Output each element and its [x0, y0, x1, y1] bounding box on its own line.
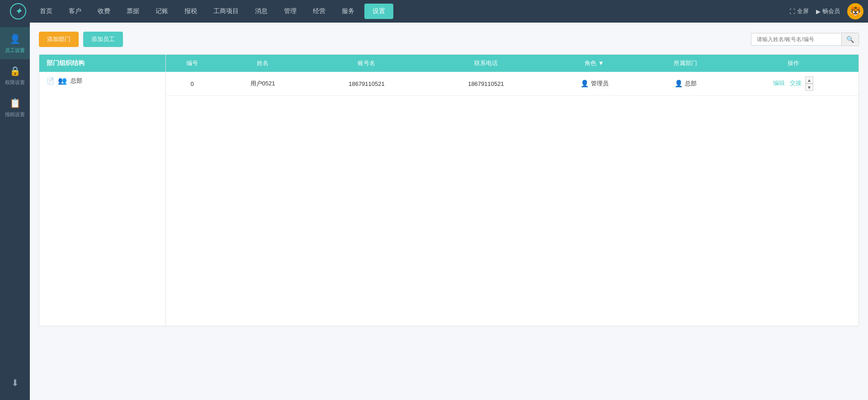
edit-link[interactable]: 编辑 — [773, 80, 785, 86]
member-label: 畅会员 — [822, 7, 840, 15]
role-label: 管理员 — [591, 80, 609, 88]
col-dept: 所属部门 — [643, 55, 728, 72]
role-user-icon: 👤 — [580, 80, 589, 88]
app-logo: ✦ — [5, 3, 32, 19]
nav-item-service[interactable]: 服务 — [334, 0, 363, 23]
cell-action: 编辑 交接 ▲ ▼ — [728, 72, 859, 96]
cell-dept: 👤 总部 — [643, 72, 728, 96]
org-panel-header: 部门组织结构 — [39, 55, 165, 72]
table-row: 0 用户0521 18679110521 18679110521 👤 管理员 — [166, 72, 859, 96]
sidebar-label-tax: 报税设置 — [5, 111, 25, 118]
sidebar-label-permission: 权限设置 — [5, 79, 25, 86]
cell-role: 👤 管理员 — [546, 72, 643, 96]
employee-panel: 编号 姓名 账号名 联系电话 角色 ▼ 所属部门 操作 0 用户0521 186… — [166, 55, 859, 326]
search-icon: 🔍 — [846, 36, 854, 43]
user-group-icon: 👥 — [58, 76, 67, 85]
nav-item-operation[interactable]: 经营 — [305, 0, 334, 23]
nav-item-business[interactable]: 工商项目 — [205, 0, 247, 23]
sidebar-download-button[interactable]: ⬇ — [0, 371, 30, 395]
avatar[interactable]: 🐯 — [847, 3, 863, 19]
fullscreen-label: 全屏 — [797, 7, 809, 15]
nav-right: ⛶ 全屏 ▶ 畅会员 🐯 — [789, 3, 863, 19]
sidebar-bottom: ⬇ — [0, 371, 30, 400]
role-badge: 👤 管理员 — [580, 80, 609, 88]
employee-icon: 👤 — [9, 33, 21, 45]
nav-item-collection[interactable]: 收费 — [90, 0, 118, 23]
add-employee-button[interactable]: 添加员工 — [83, 32, 123, 47]
col-action: 操作 — [728, 55, 859, 72]
sidebar-label-employee: 员工设置 — [5, 47, 25, 54]
sidebar-item-employee-settings[interactable]: 👤 员工设置 — [0, 27, 30, 59]
col-account: 账号名 — [307, 55, 426, 72]
content-area: 部门组织结构 📄 👥 总部 编号 姓名 账号名 联系电话 角色 ▼ 所属部门 — [39, 54, 859, 326]
scroll-up-button[interactable]: ▲ — [805, 76, 813, 84]
logo-icon: ✦ — [10, 3, 26, 19]
folder-icon: 📄 — [47, 77, 54, 85]
sidebar-item-tax-settings[interactable]: 📋 报税设置 — [0, 91, 30, 123]
search-button[interactable]: 🔍 — [841, 33, 859, 46]
nav-item-invoice[interactable]: 票据 — [118, 0, 147, 23]
org-panel: 部门组织结构 📄 👥 总部 — [39, 55, 166, 326]
lock-icon: 🔒 — [9, 65, 21, 77]
col-phone: 联系电话 — [426, 55, 546, 72]
nav-item-tax[interactable]: 报税 — [176, 0, 205, 23]
top-navigation: ✦ 首页 客户 收费 票据 记账 报税 工商项目 消息 管理 经营 服务 设置 … — [0, 0, 868, 23]
nav-item-settings[interactable]: 设置 — [364, 4, 393, 19]
toolbar: 添加部门 添加员工 🔍 — [39, 32, 859, 47]
sidebar-item-permission-settings[interactable]: 🔒 权限设置 — [0, 59, 30, 91]
cell-name: 用户0521 — [218, 72, 307, 96]
nav-item-accounting[interactable]: 记账 — [147, 0, 176, 23]
table-header: 编号 姓名 账号名 联系电话 角色 ▼ 所属部门 操作 — [166, 55, 859, 72]
download-icon: ⬇ — [9, 376, 21, 389]
fullscreen-icon: ⛶ — [789, 8, 795, 15]
main-content: 添加部门 添加员工 🔍 部门组织结构 📄 👥 总部 编号 — [30, 23, 868, 400]
scroll-down-button[interactable]: ▼ — [805, 84, 813, 91]
transfer-link[interactable]: 交接 — [790, 80, 802, 86]
tax-icon: 📋 — [9, 97, 21, 109]
table-body: 0 用户0521 18679110521 18679110521 👤 管理员 — [166, 72, 859, 96]
org-tree-item-head[interactable]: 📄 👥 总部 — [39, 72, 165, 89]
nav-item-customer[interactable]: 客户 — [61, 0, 90, 23]
dept-user-icon: 👤 — [675, 80, 683, 88]
fullscreen-button[interactable]: ⛶ 全屏 — [789, 7, 809, 15]
org-item-label: 总部 — [71, 77, 82, 85]
nav-item-message[interactable]: 消息 — [247, 0, 276, 23]
cell-account: 18679110521 — [307, 72, 426, 96]
nav-item-home[interactable]: 首页 — [32, 0, 61, 23]
dept-label: 总部 — [685, 80, 697, 88]
cell-number: 0 — [166, 72, 218, 96]
member-icon: ▶ — [816, 8, 821, 15]
col-role[interactable]: 角色 ▼ — [546, 55, 643, 72]
search-container: 🔍 — [751, 33, 859, 46]
search-input[interactable] — [751, 33, 841, 46]
col-number: 编号 — [166, 55, 218, 72]
nav-items: 首页 客户 收费 票据 记账 报税 工商项目 消息 管理 经营 服务 设置 — [32, 0, 789, 23]
cell-phone: 18679110521 — [426, 72, 546, 96]
employee-table: 编号 姓名 账号名 联系电话 角色 ▼ 所属部门 操作 0 用户0521 186… — [166, 55, 859, 96]
scroll-controls: ▲ ▼ — [805, 76, 813, 91]
member-button[interactable]: ▶ 畅会员 — [816, 7, 840, 15]
add-dept-button[interactable]: 添加部门 — [39, 32, 79, 47]
col-name: 姓名 — [218, 55, 307, 72]
nav-item-management[interactable]: 管理 — [276, 0, 305, 23]
sidebar: 👤 员工设置 🔒 权限设置 📋 报税设置 ⬇ — [0, 23, 30, 400]
dept-badge: 👤 总部 — [675, 80, 697, 88]
